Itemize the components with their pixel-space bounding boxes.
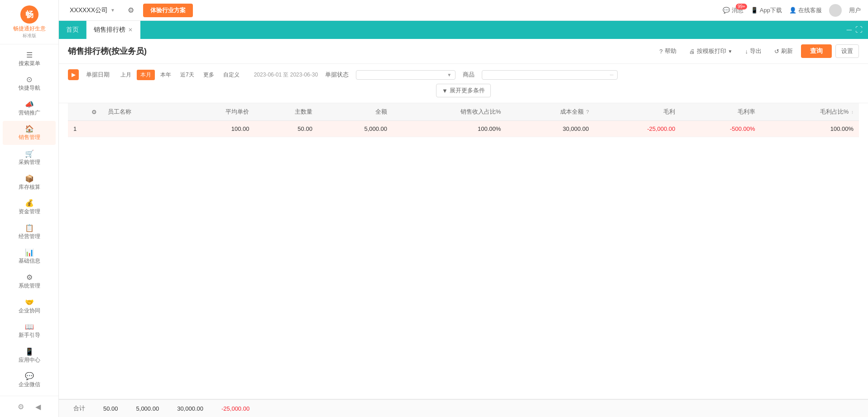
sidebar-bottom: ⚙ ◀ (0, 396, 58, 417)
sidebar-item-corp[interactable]: 🤝 企业协同 (3, 294, 56, 318)
filter-row-2: ▼ 展开更多条件 (68, 80, 859, 97)
online-service-button[interactable]: 👤 在线客服 (789, 6, 822, 14)
shortcut-icon: ⊙ (26, 75, 32, 84)
date-tab-year[interactable]: 本年 (157, 70, 175, 80)
status-label: 单据状态 (325, 71, 349, 79)
date-tab-more[interactable]: 更多 (200, 70, 218, 80)
export-button[interactable]: ↓ 导出 (741, 45, 767, 58)
export-icon: ↓ (745, 48, 748, 55)
tab-minimize-icon[interactable]: ─ (847, 26, 852, 34)
expand-icon: ▼ (442, 87, 448, 94)
sidebar-collapse-button[interactable]: ◀ (31, 400, 45, 413)
sidebar-logo: 畅 畅捷通好生意 标准版 (0, 0, 58, 44)
message-icon: 💬 (723, 7, 730, 14)
report-title: 销售排行榜(按业务员) (68, 46, 655, 57)
app-download-button[interactable]: 📱 App下载 (751, 6, 782, 14)
date-label: 单据日期 (86, 71, 110, 79)
sidebar-item-wechat[interactable]: 💬 企业微信 (3, 368, 56, 392)
sidebar-item-basic[interactable]: 📊 基础信息 (3, 244, 56, 268)
date-tab-prev[interactable]: 上月 (117, 70, 135, 80)
try-industry-button[interactable]: 体验行业方案 (143, 4, 193, 17)
sidebar-nav: ☰ 搜索菜单 ⊙ 快捷导航 📣 营销推广 🏠 销售管理 🛒 采购管理 📦 库存核… (0, 44, 58, 396)
page-content: 销售排行榜(按业务员) ? 帮助 🖨 按模板打印 ▼ ↓ 导出 (59, 39, 868, 417)
tab-close-icon[interactable]: ✕ (128, 27, 133, 33)
top-header: XXXXXX公司 ▼ ⚙ 体验行业方案 💬 消息 99+ 📱 App下载 👤 在… (59, 0, 868, 21)
report-page: 销售排行榜(按业务员) ? 帮助 🖨 按模板打印 ▼ ↓ 导出 (59, 39, 868, 417)
help-icon: ? (659, 48, 662, 55)
date-tab-custom[interactable]: 自定义 (220, 70, 243, 80)
sidebar-item-sales[interactable]: 🏠 销售管理 (3, 121, 56, 145)
guide-icon: 📖 (25, 322, 34, 331)
message-button[interactable]: 💬 消息 99+ (723, 6, 743, 14)
cost-help-icon[interactable]: ? (586, 109, 589, 115)
col-qty: 主数量 (254, 103, 317, 121)
table-row: 1 100.00 50.00 5,000.00 100.00% 30,000.0… (68, 121, 859, 137)
cell-amount: 5,000.00 (318, 121, 393, 137)
query-button[interactable]: 查询 (801, 44, 832, 58)
date-tabs: 上月 本月 本年 近7天 更多 自定义 (117, 70, 243, 80)
print-icon: 🖨 (689, 48, 695, 55)
filter-arrow-button[interactable]: ▶ (68, 69, 79, 80)
tab-bar: 首页 销售排行榜 ✕ ─ ⛶ (59, 21, 868, 39)
tab-sales-rank[interactable]: 销售排行榜 ✕ (86, 21, 140, 39)
date-tab-cur[interactable]: 本月 (137, 70, 155, 80)
cell-name (102, 121, 178, 137)
sidebar-item-shortcut[interactable]: ⊙ 快捷导航 (3, 72, 56, 96)
sidebar-item-guide[interactable]: 📖 新手引导 (3, 319, 56, 343)
cell-index: 1 (68, 121, 86, 137)
date-tab-7day[interactable]: 近7天 (177, 70, 198, 80)
settings-button[interactable]: 设置 (835, 44, 859, 58)
sidebar-item-purchase[interactable]: 🛒 采购管理 (3, 146, 56, 170)
footer-cost: 30,000.00 (177, 405, 203, 412)
goods-label: 商品 (463, 71, 475, 79)
cell-gross: -25,000.00 (595, 121, 681, 137)
cell-qty: 50.00 (254, 121, 317, 137)
sidebar-item-app[interactable]: 📱 应用中心 (3, 344, 56, 368)
user-avatar[interactable] (829, 4, 842, 17)
header-gear-button[interactable]: ⚙ (124, 4, 138, 17)
logo-icon: 畅 (20, 5, 38, 24)
sidebar-settings-button[interactable]: ⚙ (14, 400, 28, 413)
sidebar-item-finance[interactable]: 💰 资金管理 (3, 195, 56, 219)
operation-icon: 📋 (25, 224, 34, 232)
footer-gross: -25,000.00 (221, 405, 249, 412)
gross-pct-sort-icon[interactable]: ↕ (851, 110, 854, 115)
status-selector[interactable]: ▼ (356, 70, 456, 80)
expand-conditions-button[interactable]: ▼ 展开更多条件 (436, 84, 491, 97)
col-cost: 成本全额 ? (506, 103, 594, 121)
sidebar-item-inventory[interactable]: 📦 库存核算 (3, 171, 56, 195)
help-button[interactable]: ? 帮助 (655, 45, 681, 58)
col-gross-pct: 毛利占比% ↕ (761, 103, 859, 121)
user-name[interactable]: 用户 (849, 6, 861, 14)
status-chevron-icon: ▼ (447, 72, 451, 77)
cell-settings (86, 121, 102, 137)
goods-selector[interactable]: ··· (482, 70, 618, 80)
footer-label: 合计 (73, 404, 85, 412)
company-selector[interactable]: XXXXXX公司 ▼ (66, 5, 119, 16)
sidebar-item-marketing[interactable]: 📣 营销推广 (3, 96, 56, 120)
col-gross: 毛利 (595, 103, 681, 121)
tab-maximize-icon[interactable]: ⛶ (855, 26, 863, 34)
col-index (68, 103, 86, 121)
table-container: ⚙ 员工名称 平均单价 主数量 全额 销售收入占比% 成本全额 ? 毛利 毛利率 (59, 103, 868, 399)
footer-amount: 5,000.00 (136, 405, 159, 412)
col-avg-price: 平均单价 (178, 103, 254, 121)
cell-cost: 30,000.00 (506, 121, 594, 137)
logo-tag: 标准版 (13, 33, 46, 38)
refresh-button[interactable]: ↺ 刷新 (770, 45, 797, 58)
col-amount: 全额 (318, 103, 393, 121)
basic-icon: 📊 (25, 248, 34, 257)
logo-text: 畅捷通好生意 标准版 (13, 25, 46, 38)
sidebar-item-operation[interactable]: 📋 经营管理 (3, 220, 56, 244)
cell-gross-rate: -500.00% (681, 121, 760, 137)
sidebar-item-search[interactable]: ☰ 搜索菜单 (3, 47, 56, 71)
tab-bar-right: ─ ⛶ (847, 26, 868, 34)
col-name: 员工名称 (102, 103, 178, 121)
date-range: 2023-06-01 至 2023-06-30 (254, 71, 318, 79)
col-settings[interactable]: ⚙ (86, 103, 102, 121)
sidebar-item-system[interactable]: ⚙ 系统管理 (3, 269, 56, 293)
report-header: 销售排行榜(按业务员) ? 帮助 🖨 按模板打印 ▼ ↓ 导出 (59, 39, 868, 64)
cell-avg-price: 100.00 (178, 121, 254, 137)
tab-home[interactable]: 首页 (59, 21, 86, 39)
print-button[interactable]: 🖨 按模板打印 ▼ (685, 45, 737, 58)
